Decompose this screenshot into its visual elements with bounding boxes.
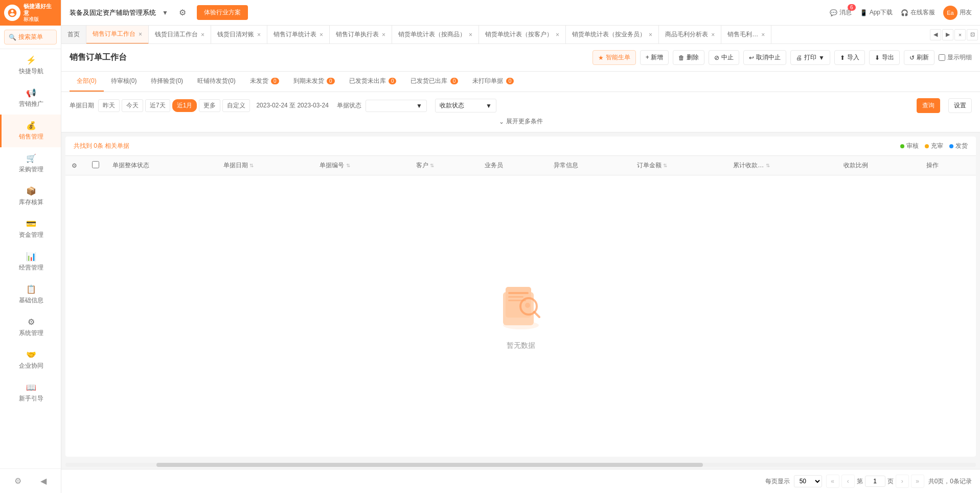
- batch-review-button[interactable]: 审核: [900, 142, 919, 150]
- collapse-sidebar-button[interactable]: ◀: [38, 474, 49, 488]
- sidebar-item-guide[interactable]: 📖 新手引导: [0, 376, 61, 409]
- tab-sales-exec[interactable]: 销售订单执行表 ×: [330, 26, 392, 44]
- filter-date-1month[interactable]: 近1月: [172, 99, 197, 112]
- sub-tab-shipped-out[interactable]: 已发货已出库 0: [403, 72, 465, 92]
- tabs-expand[interactable]: ⊡: [967, 29, 978, 40]
- topbar-right: 💬 消息 6 📱 App下载 🎧 在线客服 Ea 用友: [830, 6, 972, 20]
- scrollbar-thumb[interactable]: [156, 463, 703, 467]
- tab-cash-reconcile[interactable]: 钱货日清对账 ×: [211, 26, 267, 44]
- export-button[interactable]: ⬇ 导出: [869, 50, 900, 65]
- tab-close-sales-profit[interactable]: ×: [761, 32, 765, 38]
- col-amount[interactable]: 订单金额 ⇅: [631, 156, 727, 175]
- col-cumulative[interactable]: 累计收款… ⇅: [727, 156, 837, 175]
- sidebar-item-system[interactable]: ⚙ 系统管理: [0, 311, 61, 344]
- tab-close-goods-product[interactable]: ×: [469, 32, 472, 38]
- sub-tab-unshipped[interactable]: 未发货 0: [243, 72, 286, 92]
- status-select[interactable]: ▼: [366, 100, 427, 112]
- filter-area: 单据日期 昨天 今天 近7天 近1月 更多 自定义 2023-02-24 至 2…: [61, 92, 980, 132]
- sidebar-item-enterprise[interactable]: 🤝 企业协同: [0, 344, 61, 376]
- tab-goods-stats-customer[interactable]: 销货单统计表（按客户） ×: [479, 26, 566, 44]
- filter-date-7days[interactable]: 近7天: [145, 99, 170, 112]
- tabs-next-arrow[interactable]: ▶: [942, 29, 953, 40]
- add-button[interactable]: + 新增: [640, 50, 669, 65]
- col-customer[interactable]: 客户 ⇅: [410, 156, 478, 175]
- tab-goods-stats-salesperson[interactable]: 销货单统计表（按业务员） ×: [566, 26, 659, 44]
- tab-close-sales-order[interactable]: ×: [139, 31, 142, 37]
- sidebar-item-quick-nav[interactable]: ⚡ 快捷导航: [0, 49, 61, 82]
- pagination-last[interactable]: »: [911, 475, 924, 488]
- tab-sales-profit[interactable]: 销售毛利… ×: [721, 26, 771, 44]
- message-button[interactable]: 💬 消息 6: [830, 8, 852, 17]
- batch-ship-button[interactable]: 发货: [949, 142, 968, 150]
- system-dropdown-button[interactable]: ▼: [162, 9, 168, 16]
- online-service-button[interactable]: 🎧 在线客服: [901, 8, 935, 17]
- app-download-button[interactable]: 📱 App下载: [860, 8, 893, 17]
- tab-home[interactable]: 首页: [61, 26, 86, 44]
- select-all-checkbox[interactable]: [92, 161, 99, 168]
- sub-tab-pending-review[interactable]: 待审核(0): [104, 72, 144, 92]
- expand-filter-button[interactable]: ⌄ 展开更多条件: [70, 117, 972, 126]
- tab-close-sales-exec[interactable]: ×: [382, 32, 385, 38]
- cancel-stop-button[interactable]: ↩ 取消中止: [743, 50, 786, 65]
- print-button[interactable]: 🖨 打印 ▼: [790, 50, 830, 65]
- sidebar-item-purchase[interactable]: 🛒 采购管理: [0, 147, 61, 180]
- sidebar-item-basic-info[interactable]: 📋 基础信息: [0, 278, 61, 311]
- payment-status-select[interactable]: 收款状态 ▼: [435, 99, 496, 113]
- tab-sales-stats[interactable]: 销售订单统计表 ×: [267, 26, 330, 44]
- sidebar-item-finance[interactable]: 💳 资金管理: [0, 213, 61, 245]
- sub-tab-unprinted[interactable]: 未打印单据 0: [465, 72, 521, 92]
- tab-close-cash-reconcile[interactable]: ×: [257, 32, 261, 38]
- pagination-first[interactable]: «: [826, 475, 839, 488]
- sub-tab-shipped-not-out[interactable]: 已发货未出库 0: [342, 72, 404, 92]
- svg-line-7: [534, 312, 539, 317]
- tab-close-profit[interactable]: ×: [711, 32, 715, 38]
- delete-button[interactable]: 🗑 删除: [673, 50, 704, 65]
- sub-tab-overdue-unshipped[interactable]: 到期未发货 0: [286, 72, 342, 92]
- sub-tab-all[interactable]: 全部(0): [70, 72, 104, 92]
- tab-close-sales-stats[interactable]: ×: [320, 32, 323, 38]
- sidebar-item-management[interactable]: 📊 经营管理: [0, 245, 61, 278]
- tab-close-goods-customer[interactable]: ×: [556, 32, 559, 38]
- filter-date-custom[interactable]: 自定义: [222, 99, 250, 112]
- pagination-prev[interactable]: ‹: [841, 475, 855, 488]
- show-detail-checkbox-label[interactable]: 显示明细: [939, 53, 972, 62]
- sub-tab-wangpu-ship[interactable]: 旺铺待发货(0): [190, 72, 243, 92]
- tabs-close-all[interactable]: ×: [954, 29, 966, 40]
- refresh-button[interactable]: ↺ 刷新: [904, 50, 935, 65]
- page-input[interactable]: [865, 476, 885, 487]
- user-menu[interactable]: Ea 用友: [943, 6, 972, 20]
- tab-close-cash-clear[interactable]: ×: [201, 32, 204, 38]
- table-settings-icon[interactable]: ⚙: [72, 162, 77, 169]
- industry-solution-button[interactable]: 体验行业方案: [197, 5, 248, 20]
- settings-footer-button[interactable]: ⚙: [12, 474, 24, 488]
- filter-date-more[interactable]: 更多: [199, 99, 220, 112]
- col-date[interactable]: 单据日期 ⇅: [217, 156, 313, 175]
- horizontal-scrollbar[interactable]: [65, 463, 976, 467]
- page-title: 销售订单工作台: [70, 52, 127, 63]
- sidebar-item-sales[interactable]: 💰 销售管理: [0, 115, 61, 147]
- sidebar-item-inventory[interactable]: 📦 库存核算: [0, 180, 61, 213]
- stop-button[interactable]: ⊘ 中止: [709, 50, 739, 65]
- col-number[interactable]: 单据编号 ⇅: [313, 156, 409, 175]
- tabs-prev-arrow[interactable]: ◀: [930, 29, 941, 40]
- pagination-next[interactable]: ›: [896, 475, 909, 488]
- show-detail-checkbox[interactable]: [939, 54, 945, 61]
- tab-cash-clear[interactable]: 钱货日清工作台 ×: [149, 26, 211, 44]
- per-page-select[interactable]: 20 50 100: [794, 475, 822, 487]
- search-menu-button[interactable]: 🔍 搜索菜单: [4, 30, 57, 44]
- search-button[interactable]: 查询: [917, 98, 940, 113]
- tab-close-goods-salesperson[interactable]: ×: [649, 32, 652, 38]
- smart-create-button[interactable]: ★ 智能生单: [592, 50, 636, 65]
- overdue-badge: 0: [327, 78, 335, 84]
- tab-sales-order[interactable]: 销售订单工作台 ×: [86, 26, 149, 44]
- filter-date-yesterday[interactable]: 昨天: [98, 99, 120, 112]
- topbar-settings-button[interactable]: ⚙: [174, 5, 191, 21]
- batch-unreview-button[interactable]: 充审: [925, 142, 943, 150]
- tab-goods-stats-product[interactable]: 销货单统计表（按商品） ×: [392, 26, 479, 44]
- import-button[interactable]: ⬆ 导入: [834, 50, 865, 65]
- filter-date-today[interactable]: 今天: [122, 99, 143, 112]
- sidebar-item-marketing[interactable]: 📢 营销推广: [0, 82, 61, 115]
- settings-filter-button[interactable]: 设置: [948, 98, 972, 113]
- sub-tab-pending-inspect[interactable]: 待择验货(0): [144, 72, 190, 92]
- tab-profit-analysis[interactable]: 商品毛利分析表 ×: [659, 26, 721, 44]
